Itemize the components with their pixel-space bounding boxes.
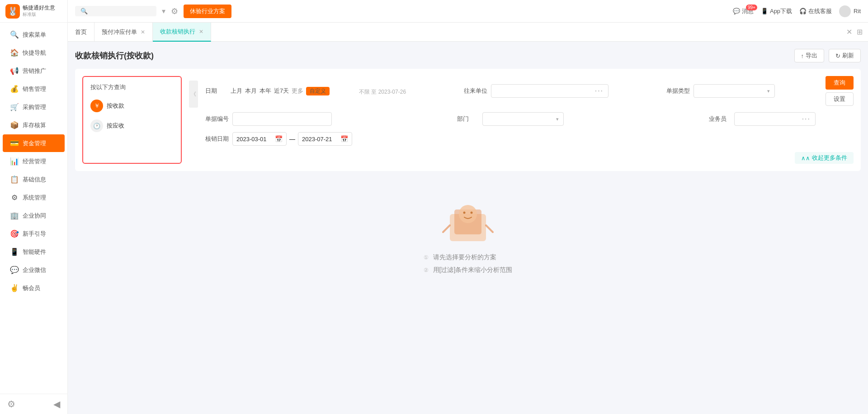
sidebar-item-label: 系统管理 bbox=[23, 194, 46, 202]
sidebar-item-sales[interactable]: 💰 销售管理 bbox=[3, 80, 65, 98]
sidebar-item-operation[interactable]: 📊 经营管理 bbox=[3, 152, 65, 170]
user-area[interactable]: Rit bbox=[839, 5, 861, 17]
verify-date-end-input[interactable]: 2023-07-21 📅 bbox=[298, 132, 352, 146]
page-title: 收款核销执行(按收款) bbox=[75, 50, 154, 61]
date-option-7days[interactable]: 近7天 bbox=[274, 87, 289, 95]
date-custom-badge[interactable]: 自定义 bbox=[306, 87, 330, 95]
verify-date-start-value: 2023-03-01 bbox=[236, 136, 267, 143]
sidebar-item-label: 智能硬件 bbox=[23, 248, 46, 256]
filter-row-1: 日期 上月 本月 本年 近7天 更多 自定义 不限 至 2023-07-26 bbox=[205, 76, 854, 106]
sidebar-item-guide[interactable]: 🎯 新手引导 bbox=[3, 225, 65, 243]
sidebar-item-basic-info[interactable]: 📋 基础信息 bbox=[3, 171, 65, 188]
page-header: 收款核销执行(按收款) ↑ 导出 ↻ 刷新 bbox=[75, 49, 861, 62]
sidebar-settings-button[interactable]: ⚙ bbox=[7, 399, 15, 409]
receipt-option-label: 按收款 bbox=[107, 102, 124, 110]
tab-home[interactable]: 首页 bbox=[68, 23, 94, 42]
sidebar-item-system[interactable]: ⚙ 系统管理 bbox=[3, 189, 65, 206]
setting-button[interactable]: 设置 bbox=[826, 92, 854, 106]
staff-input[interactable]: ··· bbox=[734, 112, 816, 126]
sidebar-item-search[interactable]: 🔍 搜索菜单 bbox=[3, 26, 65, 43]
tab-prepay-close-icon[interactable]: ✕ bbox=[141, 29, 145, 35]
doc-type-label: 单据类型 bbox=[666, 87, 690, 95]
verify-date-label: 核销日期 bbox=[205, 135, 229, 143]
collapse-chevron-icon: ∧∧ bbox=[801, 155, 810, 162]
topbar-chevron-icon[interactable]: ▾ bbox=[162, 7, 165, 15]
solution-button[interactable]: 休验行业方案 bbox=[184, 5, 231, 18]
date-range-separator: — bbox=[289, 136, 295, 143]
tab-prepay[interactable]: 预付冲应付单 ✕ bbox=[94, 23, 153, 42]
content-area: 收款核销执行(按收款) ↑ 导出 ↻ 刷新 按以下方查询 ￥ 按收款 bbox=[68, 42, 868, 414]
sidebar-item-label: 销售管理 bbox=[23, 85, 46, 93]
export-button[interactable]: ↑ 导出 bbox=[794, 49, 825, 62]
sidebar-item-purchase[interactable]: 🛒 采购管理 bbox=[3, 98, 65, 116]
doc-type-field: 单据类型 ▾ bbox=[666, 84, 811, 98]
sidebar-item-label: 营销推广 bbox=[23, 67, 46, 75]
export-icon: ↑ bbox=[801, 52, 804, 59]
online-service-label: 在线客服 bbox=[808, 7, 832, 15]
dept-select[interactable]: ▾ bbox=[482, 112, 564, 126]
date-option-more[interactable]: 更多 bbox=[292, 87, 303, 95]
sidebar-item-label: 采购管理 bbox=[23, 103, 46, 111]
box-icon: 📦 bbox=[10, 121, 19, 129]
date-label: 日期 bbox=[205, 87, 227, 95]
filter-option-receivable[interactable]: 🕐 按应收 bbox=[83, 116, 181, 136]
list-icon: 📋 bbox=[10, 175, 19, 184]
filter-collapse-button[interactable]: 《 bbox=[189, 81, 198, 108]
sidebar-item-quick-nav[interactable]: 🏠 快捷导航 bbox=[3, 44, 65, 62]
phone-icon: 📱 bbox=[10, 247, 19, 256]
message-button[interactable]: 💬 消息 99+ bbox=[733, 7, 754, 15]
sidebar-item-hardware[interactable]: 📱 智能硬件 bbox=[3, 243, 65, 261]
sidebar-item-label: 企业协同 bbox=[23, 212, 46, 220]
filter-option-receipt[interactable]: ￥ 按收款 bbox=[83, 96, 181, 116]
tab-expand-icon[interactable]: ⊞ bbox=[857, 28, 863, 36]
svg-point-3 bbox=[463, 212, 466, 214]
query-button[interactable]: 查询 bbox=[826, 76, 854, 90]
sidebar-item-label: 基础信息 bbox=[23, 176, 46, 184]
sidebar-footer: ⚙ ◀ bbox=[0, 394, 67, 414]
tab-receipt-close-icon[interactable]: ✕ bbox=[199, 29, 203, 35]
sidebar-item-weixin[interactable]: 💬 企业微信 bbox=[3, 261, 65, 279]
chat-icon: 💬 bbox=[10, 266, 19, 274]
sidebar-item-inventory[interactable]: 📦 库存核算 bbox=[3, 116, 65, 134]
sidebar-item-label: 经营管理 bbox=[23, 157, 46, 166]
empty-tip-1: ① 请先选择要分析的方案 bbox=[424, 251, 513, 263]
app-download-button[interactable]: 📱 App下载 bbox=[761, 7, 792, 15]
sidebar-item-member[interactable]: ✌ 畅会员 bbox=[3, 279, 65, 297]
sidebar-item-enterprise[interactable]: 🏢 企业协同 bbox=[3, 207, 65, 224]
verify-date-start-input[interactable]: 2023-03-01 📅 bbox=[232, 132, 287, 146]
refresh-button[interactable]: ↻ 刷新 bbox=[829, 49, 861, 62]
tab-close-all-icon[interactable]: ✕ bbox=[846, 28, 852, 36]
chevron-down-icon: ▾ bbox=[767, 88, 770, 94]
date-option-this-month[interactable]: 本月 bbox=[245, 87, 257, 95]
partner-label: 往来单位 bbox=[464, 87, 487, 95]
query-btn-group: 查询 设置 bbox=[826, 76, 854, 106]
main-area: 🔍 ▾ ⚙ 休验行业方案 💬 消息 99+ 📱 App下载 🎧 在线客服 bbox=[68, 0, 868, 414]
doc-no-label: 单据编号 bbox=[205, 115, 229, 123]
date-option-this-year[interactable]: 本年 bbox=[259, 87, 271, 95]
sidebar-item-finance[interactable]: 💳 资金管理 bbox=[3, 134, 65, 152]
sidebar-item-label: 快捷导航 bbox=[23, 49, 46, 57]
staff-more-icon: ··· bbox=[802, 115, 811, 123]
sidebar-collapse-button[interactable]: ◀ bbox=[53, 399, 60, 409]
staff-field: 业务员 ··· bbox=[709, 112, 854, 126]
sidebar-item-label: 畅会员 bbox=[23, 284, 40, 292]
tab-home-label: 首页 bbox=[75, 28, 87, 36]
collapse-more-button[interactable]: ∧∧ 收起更多条件 bbox=[795, 152, 854, 164]
topbar-left: 🔍 ▾ ⚙ 休验行业方案 bbox=[75, 5, 231, 18]
sidebar-item-marketing[interactable]: 📢 营销推广 bbox=[3, 62, 65, 80]
tab-receipt[interactable]: 收款核销执行 ✕ bbox=[153, 23, 211, 42]
empty-area: ① 请先选择要分析的方案 ② 用[过滤]条件来缩小分析范围 bbox=[75, 171, 861, 294]
sidebar-item-label: 搜索菜单 bbox=[23, 31, 46, 39]
home-icon: 🏠 bbox=[10, 48, 19, 57]
verify-date-end-value: 2023-07-21 bbox=[302, 136, 332, 143]
date-option-last-month[interactable]: 上月 bbox=[231, 87, 242, 95]
empty-tip-2: ② 用[过滤]条件来缩小分析范围 bbox=[424, 263, 513, 276]
topbar-gear-icon[interactable]: ⚙ bbox=[171, 6, 178, 16]
receivable-option-label: 按应收 bbox=[107, 122, 124, 130]
partner-input[interactable]: ··· bbox=[491, 84, 609, 98]
card-icon: 💳 bbox=[10, 139, 19, 148]
online-service-button[interactable]: 🎧 在线客服 bbox=[799, 7, 832, 15]
doc-type-select[interactable]: ▾ bbox=[693, 84, 775, 98]
empty-svg-icon bbox=[441, 198, 495, 243]
doc-no-input[interactable] bbox=[232, 112, 332, 126]
